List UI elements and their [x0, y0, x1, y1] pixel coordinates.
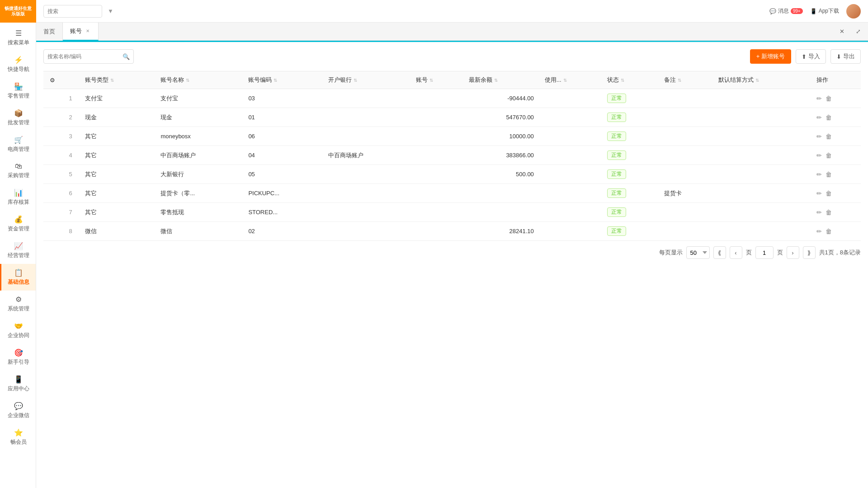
col-type[interactable]: 账号类型⇅	[80, 71, 155, 89]
app-sub: 乐版版	[5, 11, 32, 17]
edit-icon[interactable]: ✏	[816, 190, 822, 197]
tab-action-expand[interactable]: ⤢	[852, 25, 864, 38]
edit-icon[interactable]: ✏	[816, 152, 822, 159]
edit-icon[interactable]: ✏	[816, 133, 822, 140]
sidebar-item-purchase-mgmt[interactable]: 🛍 采购管理	[0, 158, 36, 184]
edit-icon[interactable]: ✏	[816, 228, 822, 235]
edit-icon[interactable]: ✏	[816, 171, 822, 178]
tab-accounts-close[interactable]: ✕	[85, 28, 91, 34]
sidebar-item-sys-mgmt[interactable]: ⚙ 系统管理	[0, 291, 36, 317]
tab-action-close[interactable]: ✕	[835, 25, 848, 38]
page-prev-btn[interactable]: ‹	[730, 246, 742, 259]
topbar-right: 💬 消息 99+ 📱 App下载	[769, 4, 861, 19]
sidebar-item-inventory[interactable]: 📊 库存核算	[0, 184, 36, 211]
vip-member-icon: ⭐	[14, 428, 23, 437]
col-account[interactable]: 账号⇅	[410, 71, 464, 89]
tab-home[interactable]: 首页	[36, 23, 63, 41]
topbar-left: ▼	[43, 5, 113, 18]
row-default-settlement	[713, 222, 811, 241]
row-status: 正常	[602, 108, 659, 127]
delete-icon[interactable]: 🗑	[826, 133, 832, 140]
sidebar-item-app-center[interactable]: 📱 应用中心	[0, 371, 36, 397]
delete-icon[interactable]: 🗑	[826, 228, 832, 235]
col-remark[interactable]: 备注⇅	[659, 71, 713, 89]
sidebar-item-vip-member[interactable]: ⭐ 畅会员	[0, 424, 36, 450]
col-settings[interactable]: ⚙	[43, 71, 61, 89]
delete-icon[interactable]: 🗑	[826, 95, 832, 102]
row-code: 01	[243, 108, 322, 127]
new-account-button[interactable]: + 新增账号	[750, 49, 791, 64]
col-index	[61, 71, 80, 89]
edit-icon[interactable]: ✏	[816, 95, 822, 102]
wholesale-mgmt-icon: 📦	[14, 109, 23, 117]
sidebar-item-corp-agreement[interactable]: 🤝 企业协同	[0, 317, 36, 344]
sidebar-item-corp-wechat[interactable]: 💬 企业微信	[0, 397, 36, 424]
delete-icon[interactable]: 🗑	[826, 171, 832, 178]
sidebar-item-finance-mgmt[interactable]: 💰 资金管理	[0, 211, 36, 237]
topbar-app-btn[interactable]: 📱 App下载	[810, 7, 839, 15]
row-bank	[323, 222, 410, 241]
row-bank	[323, 165, 410, 184]
edit-icon[interactable]: ✏	[816, 209, 822, 216]
sidebar-item-wholesale-mgmt[interactable]: 📦 批发管理	[0, 104, 36, 131]
sidebar-item-retail-mgmt[interactable]: 🏪 零售管理	[0, 78, 36, 104]
sidebar-item-ecommerce-mgmt[interactable]: 🛒 电商管理	[0, 131, 36, 158]
user-avatar[interactable]	[846, 4, 861, 19]
page-first-btn[interactable]: ⟪	[713, 246, 726, 259]
row-account	[410, 165, 464, 184]
page-size-select[interactable]: 50 20 100	[686, 246, 710, 259]
sidebar-item-quick-nav[interactable]: ⚡ 快捷导航	[0, 51, 36, 78]
delete-icon[interactable]: 🗑	[826, 114, 832, 121]
table-row: 2 现金 现金 01 547670.00 正常 ✏ 🗑	[43, 108, 861, 127]
page-number-input[interactable]	[755, 246, 774, 259]
sidebar-item-ops-mgmt[interactable]: 📈 经营管理	[0, 237, 36, 264]
delete-icon[interactable]: 🗑	[826, 190, 832, 197]
row-status: 正常	[602, 184, 659, 203]
export-button[interactable]: ⬇ 导出	[830, 49, 861, 64]
col-balance[interactable]: 最新余额⇅	[463, 71, 539, 89]
col-usage[interactable]: 使用...⇅	[539, 71, 602, 89]
col-default-settlement[interactable]: 默认结算方式⇅	[713, 71, 811, 89]
col-name[interactable]: 账号名称⇅	[155, 71, 243, 89]
sidebar-item-label: 批发管理	[8, 119, 29, 127]
row-status: 正常	[602, 127, 659, 146]
delete-icon[interactable]: 🗑	[826, 152, 832, 159]
page-last-btn[interactable]: ⟫	[803, 246, 816, 259]
table-search-input[interactable]	[47, 53, 123, 60]
row-code: 05	[243, 165, 322, 184]
row-code: STORED...	[243, 203, 322, 222]
row-usage	[539, 127, 602, 146]
row-actions: ✏ 🗑	[811, 203, 861, 222]
tab-accounts[interactable]: 账号 ✕	[63, 23, 99, 41]
topbar-msg-btn[interactable]: 💬 消息 99+	[769, 7, 803, 15]
row-name: 零售抵现	[155, 203, 243, 222]
topbar-dropdown-icon[interactable]: ▼	[108, 8, 113, 14]
app-name: 畅捷通好生意	[5, 6, 32, 11]
col-status[interactable]: 状态⇅	[602, 71, 659, 89]
corp-wechat-icon: 💬	[14, 402, 23, 410]
sidebar-item-new-guide[interactable]: 🎯 新手引导	[0, 344, 36, 371]
retail-mgmt-icon: 🏪	[14, 82, 23, 91]
sidebar-item-search-menu[interactable]: ☰ 搜索菜单	[0, 24, 36, 51]
col-bank[interactable]: 开户银行⇅	[323, 71, 410, 89]
row-usage	[539, 146, 602, 165]
table-search-box[interactable]: 🔍	[43, 49, 134, 64]
row-actions: ✏ 🗑	[811, 165, 861, 184]
inventory-icon: 📊	[14, 188, 23, 197]
row-bank	[323, 108, 410, 127]
content-area: 🔍 + 新增账号 ⬆ 导入 ⬇ 导出 ⚙ 账号类型⇅	[36, 42, 868, 488]
topbar-search-input[interactable]	[43, 5, 102, 18]
row-remark	[659, 165, 713, 184]
edit-icon[interactable]: ✏	[816, 114, 822, 121]
row-actions: ✏ 🗑	[811, 184, 861, 203]
delete-icon[interactable]: 🗑	[826, 209, 832, 216]
row-code: PICKUPC...	[243, 184, 322, 203]
page-next-btn[interactable]: ›	[787, 246, 799, 259]
total-label: 共1页，8条记录	[819, 249, 861, 257]
sidebar-item-label: 资金管理	[8, 225, 29, 233]
row-balance: 383866.00	[463, 146, 539, 165]
import-button[interactable]: ⬆ 导入	[796, 49, 826, 64]
app-center-icon: 📱	[14, 375, 23, 384]
sidebar-item-basic-info[interactable]: 📋 基础信息	[0, 264, 36, 291]
col-code[interactable]: 账号编码⇅	[243, 71, 322, 89]
